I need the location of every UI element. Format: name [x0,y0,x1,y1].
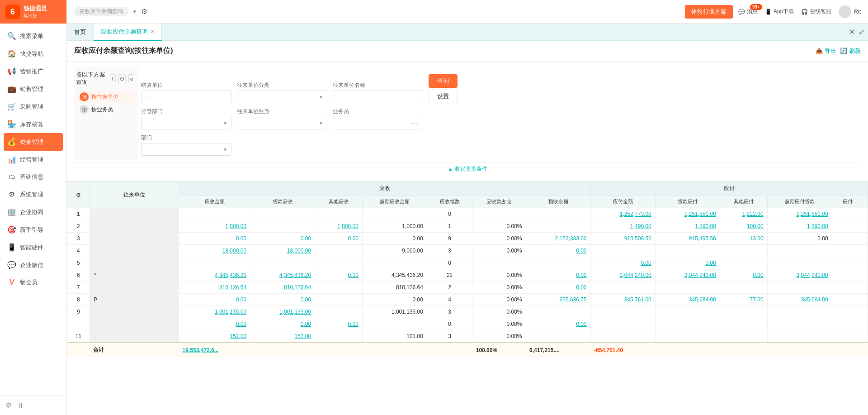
row-advance-balance[interactable]: 0.00 [526,269,590,281]
row-ap-other[interactable]: 1,222.00 [720,208,767,220]
settings-col-header[interactable]: ⚙ [67,182,90,208]
tab-close-icon[interactable]: × [151,28,154,35]
customer-nature-input[interactable]: ▼ [237,117,327,129]
row-ar-amount[interactable]: 18,000.00 [179,245,250,257]
tab-home[interactable]: 首页 [67,24,94,41]
export-button[interactable]: 📤 导出 [816,47,836,55]
row-ap-overdue[interactable]: 1,251,551.00 [767,208,832,220]
footer-ar-amount[interactable]: 19,553,472,6... [179,343,250,357]
sidebar-item-member[interactable]: V 畅会员 [0,274,66,291]
app-download-link[interactable]: 📱 App下载 [765,8,794,15]
sidebar-item-guide[interactable]: 🎯 新手引导 [0,221,66,239]
table-area[interactable]: ⚙ 往来单位 应收 应付 应收金额 贷款应收 其他应收 超期应收金额 应收笔数 … [67,181,868,415]
row-ar-other[interactable]: 0.00 [315,318,363,330]
row-ar-amount[interactable]: 1,000.00 [179,220,250,233]
row-ar-loan[interactable]: 152.00 [250,330,315,343]
settings-scheme-button[interactable]: ⊙ [118,74,125,83]
row-ap-other[interactable]: 0.00 [720,269,767,281]
row-advance-balance[interactable]: 0.00 [526,318,590,330]
row-ar-loan[interactable]: 0.00 [250,294,315,306]
row-ar-other[interactable]: 1,000.00 [315,220,363,233]
collapse-footer-icon[interactable]: ⏸ [17,401,24,410]
row-ar-amount[interactable]: 0.00 [179,294,250,306]
row-ap-loan[interactable]: 1,390.00 [655,220,720,233]
manage-dept-input[interactable]: ▼ [141,117,231,129]
row-ap-loan[interactable]: 345,684.00 [655,294,720,306]
sidebar-item-basic[interactable]: 🗂 基础信息 [0,168,66,186]
row-advance-balance[interactable]: 2,153,333.00 [526,233,590,245]
row-advance-balance[interactable]: 0.00 [526,281,590,294]
row-ar-amount[interactable]: 0.00 [179,318,250,330]
sidebar-item-inventory[interactable]: 🏪 库存核算 [0,115,66,133]
query-button[interactable]: 查询 [429,74,458,88]
sidebar-item-search[interactable]: 🔍 搜索菜单 [0,27,66,45]
add-scheme-button[interactable]: + [109,74,116,83]
row-ap-overdue[interactable]: 1,390.00 [767,220,832,233]
row-ar-loan[interactable]: 1,001,135.00 [250,306,315,318]
tab-maximize-icon[interactable]: ⤢ [859,28,864,36]
customer-category-input[interactable]: ▼ [237,91,327,103]
row-ap-other[interactable]: 13.00 [720,233,767,245]
settings-header-icon[interactable]: ⚙ [141,7,147,16]
row-ar-loan[interactable]: 18,000.00 [250,245,315,257]
row-ar-loan[interactable]: 0.00 [250,233,315,245]
row-ap-other[interactable]: 77.00 [720,294,767,306]
row-ar-amount[interactable]: 4,345,436.20 [179,269,250,281]
footer-ar-other [315,343,363,357]
tab-close-window-icon[interactable]: ✕ [849,28,855,36]
row-advance-balance[interactable]: 655,636.75 [526,294,590,306]
row-ar-amount[interactable]: 0.00 [179,233,250,245]
row-ap-amount[interactable]: 915,508.56 [590,233,655,245]
row-ap-amount[interactable]: 345,761.00 [590,294,655,306]
row-ap-overdue [767,245,832,257]
dept-input[interactable]: ▼ [141,143,231,156]
row-ar-amount[interactable]: 1,001,135.00 [179,306,250,318]
row-ap-loan[interactable]: 3,044,240.00 [655,269,720,281]
sidebar-item-marketing[interactable]: 📢 营销推广 [0,62,66,80]
tab-receivable[interactable]: 应收应付余额查询 × [94,24,162,41]
row-ap-amount[interactable]: 1,252,773.00 [590,208,655,220]
row-ar-other[interactable]: 0.00 [315,269,363,281]
row-ap-overdue[interactable]: 345,684.00 [767,294,832,306]
row-ap-loan[interactable]: 915,495.56 [655,233,720,245]
scheme-by-staff[interactable]: 按 按业务员 [76,103,135,116]
row-ap-overdue[interactable]: 3,044,240.00 [767,269,832,281]
row-ar-loan[interactable]: 4,345,436.20 [250,269,315,281]
row-ap-loan[interactable]: 1,251,551.00 [655,208,720,220]
row-ar-other[interactable]: 0.00 [315,233,363,245]
collapse-scheme-button[interactable]: « [128,74,135,83]
sidebar-item-quicknav[interactable]: 🏠 快捷导航 [0,45,66,62]
row-ap-amount[interactable]: 1,490.00 [590,220,655,233]
sidebar-item-wechat[interactable]: 💬 企业微信 [0,256,66,274]
collapse-label: 收起更多条件 [455,165,487,173]
row-ar-amount[interactable]: 810,126.64 [179,281,250,294]
scheme-by-customer[interactable]: 按 按往来单位 [76,91,135,103]
sidebar-item-enterprise[interactable]: 🏢 企业协同 [0,203,66,221]
tab-controls: ✕ ⤢ [845,28,868,36]
row-ap-amount[interactable]: 0.00 [590,257,655,269]
sidebar-item-operations[interactable]: 📊 经营管理 [0,151,66,168]
row-ar-amount[interactable]: 152.00 [179,330,250,343]
online-service-link[interactable]: 🎧 在线客服 [801,8,831,15]
settlement-unit-input[interactable]: ··· [141,91,231,103]
salesperson-input[interactable]: ··· [333,117,423,129]
sidebar-item-funds[interactable]: 💰 资金管理 [4,133,63,151]
customer-name-input[interactable] [333,91,423,103]
row-ap-loan[interactable]: 0.00 [655,257,720,269]
row-advance-balance[interactable]: 0.00 [526,245,590,257]
settings-button[interactable]: 设置 [429,90,458,103]
row-ar-loan[interactable]: 0.00 [250,318,315,330]
row-ap-amount[interactable]: 3,044,240.00 [590,269,655,281]
sidebar-label-inventory: 库存核算 [20,120,43,129]
collapse-more-button[interactable]: ▲ 收起更多条件 [74,162,861,176]
settings-footer-icon[interactable]: ⚙ [5,401,12,410]
sidebar-item-hardware[interactable]: 📱 智能硬件 [0,239,66,256]
sidebar-item-sales[interactable]: 💼 销售管理 [0,80,66,98]
sidebar-item-purchase[interactable]: 🛒 采购管理 [0,98,66,115]
row-ap-other[interactable]: 100.00 [720,220,767,233]
notification-button[interactable]: 💬 消息 99+ [738,8,758,15]
row-ar-loan[interactable]: 810,126.64 [250,281,315,294]
refresh-button[interactable]: 🔄 刷新 [840,47,861,55]
sidebar-item-system[interactable]: ⚙ 系统管理 [0,186,66,203]
promo-button[interactable]: 体验行业方案 [685,5,733,19]
